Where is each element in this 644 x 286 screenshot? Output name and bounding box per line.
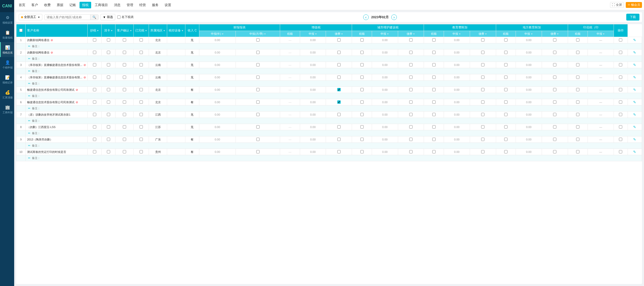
city-pay-checkbox[interactable]: [432, 100, 436, 104]
edu-declare-checkbox[interactable]: [481, 150, 484, 153]
edit-icon[interactable]: ✎: [633, 50, 636, 55]
clear-card-checkbox[interactable]: [107, 38, 110, 42]
local-edu-declare-checkbox[interactable]: [553, 150, 556, 153]
confirm-checkbox[interactable]: [123, 63, 126, 66]
stamp-declare-checkbox[interactable]: [619, 113, 622, 116]
note-pencil-icon[interactable]: ✏: [28, 107, 30, 110]
stamp-declare-checkbox[interactable]: [619, 88, 622, 91]
sidebar-item-personal-tax[interactable]: 👤 个税申报: [0, 57, 14, 72]
finance-month-checkbox[interactable]: [256, 51, 260, 54]
stamp-declare-checkbox[interactable]: [619, 76, 622, 79]
finance-month-checkbox[interactable]: [256, 125, 260, 129]
vat-pay-checkbox[interactable]: [360, 38, 364, 42]
finance-month-checkbox[interactable]: [256, 113, 260, 116]
city-declare-checkbox[interactable]: [409, 100, 413, 104]
stamp-declare-checkbox[interactable]: [619, 100, 622, 104]
local-edu-pay-checkbox[interactable]: [576, 150, 579, 153]
tax-copy-checkbox[interactable]: [93, 76, 96, 79]
note-pencil-icon[interactable]: ✏: [28, 144, 30, 147]
vat-pay-checkbox[interactable]: [360, 63, 364, 66]
edu-pay-checkbox[interactable]: [504, 138, 508, 141]
edit-icon[interactable]: ✎: [633, 63, 636, 67]
search-button[interactable]: 🔍: [90, 15, 98, 20]
membership-button[interactable]: ♾ 畅会员: [626, 2, 642, 8]
tax-copy-checkbox[interactable]: [93, 100, 96, 104]
local-edu-declare-checkbox[interactable]: [553, 88, 556, 91]
stamp-declare-checkbox[interactable]: [619, 51, 622, 54]
edu-pay-checkbox[interactable]: [504, 125, 508, 129]
tax-copy-checkbox[interactable]: [93, 138, 96, 141]
tax-copy-checkbox[interactable]: [93, 88, 96, 91]
local-edu-declare-checkbox[interactable]: [553, 51, 556, 54]
search-input[interactable]: [45, 15, 90, 20]
local-edu-pay-checkbox[interactable]: [576, 88, 579, 91]
clear-card-checkbox[interactable]: [107, 63, 110, 66]
edu-pay-checkbox[interactable]: [504, 88, 508, 91]
note-pencil-icon[interactable]: ✏: [28, 156, 30, 159]
vat-pay-checkbox[interactable]: [360, 138, 364, 141]
named-tax-table-checkbox[interactable]: [117, 15, 121, 19]
nav-tax[interactable]: 报税: [80, 2, 91, 8]
edu-pay-checkbox[interactable]: [504, 150, 508, 153]
city-pay-checkbox[interactable]: [432, 63, 436, 66]
stamp-declare-checkbox[interactable]: [619, 138, 622, 141]
local-edu-pay-checkbox[interactable]: [576, 63, 579, 66]
city-pay-checkbox[interactable]: [432, 38, 436, 42]
declared-checkbox[interactable]: [140, 100, 143, 104]
finance-month-checkbox[interactable]: [256, 38, 260, 42]
declared-checkbox[interactable]: [140, 88, 143, 91]
edit-icon[interactable]: ✎: [633, 75, 636, 79]
confirm-checkbox[interactable]: [123, 113, 126, 116]
edit-icon[interactable]: ✎: [633, 150, 636, 154]
sidebar-item-annual-settlement[interactable]: 💰 汇算清缴: [0, 87, 14, 102]
vat-pay-checkbox[interactable]: [360, 113, 364, 116]
nav-business-projects[interactable]: 工商项目: [92, 2, 110, 8]
local-edu-declare-checkbox[interactable]: [553, 63, 556, 66]
edu-declare-checkbox[interactable]: [481, 38, 484, 42]
local-edu-pay-checkbox[interactable]: [576, 38, 579, 42]
edu-declare-checkbox[interactable]: [481, 100, 484, 104]
local-edu-declare-checkbox[interactable]: [553, 125, 556, 129]
city-declare-checkbox[interactable]: [409, 88, 413, 91]
sidebar-item-batch-tax[interactable]: 📋 批量报税: [0, 27, 14, 42]
local-edu-declare-checkbox[interactable]: [553, 76, 556, 79]
city-pay-checkbox[interactable]: [432, 150, 436, 153]
vat-declare-checkbox[interactable]: [337, 76, 341, 79]
stamp-declare-checkbox[interactable]: [619, 63, 622, 66]
finance-month-checkbox[interactable]: [256, 100, 260, 104]
city-pay-checkbox[interactable]: [432, 138, 436, 141]
tax-copy-checkbox[interactable]: [93, 38, 96, 42]
note-pencil-icon[interactable]: ✏: [28, 119, 30, 122]
named-tax-table-checkbox-label[interactable]: 名下税表: [117, 15, 134, 19]
filter-button[interactable]: ▼ 筛选: [101, 14, 115, 20]
edit-icon[interactable]: ✎: [633, 137, 636, 141]
edu-declare-checkbox[interactable]: [481, 63, 484, 66]
sidebar-item-tax-overview[interactable]: 📊 报税总览: [0, 42, 14, 57]
finance-month-checkbox[interactable]: [256, 138, 260, 141]
note-pencil-icon[interactable]: ✏: [28, 132, 30, 135]
download-button[interactable]: 下载: [626, 14, 639, 21]
edu-pay-checkbox[interactable]: [504, 100, 508, 104]
city-pay-checkbox[interactable]: [432, 88, 436, 91]
declared-checkbox[interactable]: [140, 63, 143, 66]
vat-declare-checkbox[interactable]: [337, 51, 341, 54]
finance-month-checkbox[interactable]: [256, 63, 260, 66]
city-declare-checkbox[interactable]: [409, 51, 413, 54]
edu-declare-checkbox[interactable]: [481, 76, 484, 79]
local-edu-pay-checkbox[interactable]: [576, 125, 579, 129]
local-edu-pay-checkbox[interactable]: [576, 100, 579, 104]
city-declare-checkbox[interactable]: [409, 76, 413, 79]
edu-pay-checkbox[interactable]: [504, 113, 508, 116]
vat-declare-checkbox[interactable]: [337, 150, 341, 153]
stamp-declare-checkbox[interactable]: [619, 125, 622, 129]
edit-icon[interactable]: ✎: [633, 38, 636, 42]
confirm-checkbox[interactable]: [123, 125, 126, 129]
vat-pay-checkbox[interactable]: [360, 100, 364, 104]
note-pencil-icon[interactable]: ✏: [28, 94, 30, 97]
vat-declare-checkbox[interactable]: [337, 63, 341, 66]
note-pencil-icon[interactable]: ✏: [28, 45, 30, 48]
stamp-declare-checkbox[interactable]: [619, 150, 622, 153]
city-declare-checkbox[interactable]: [409, 150, 413, 153]
tax-copy-checkbox[interactable]: [93, 63, 96, 66]
edu-pay-checkbox[interactable]: [504, 38, 508, 42]
